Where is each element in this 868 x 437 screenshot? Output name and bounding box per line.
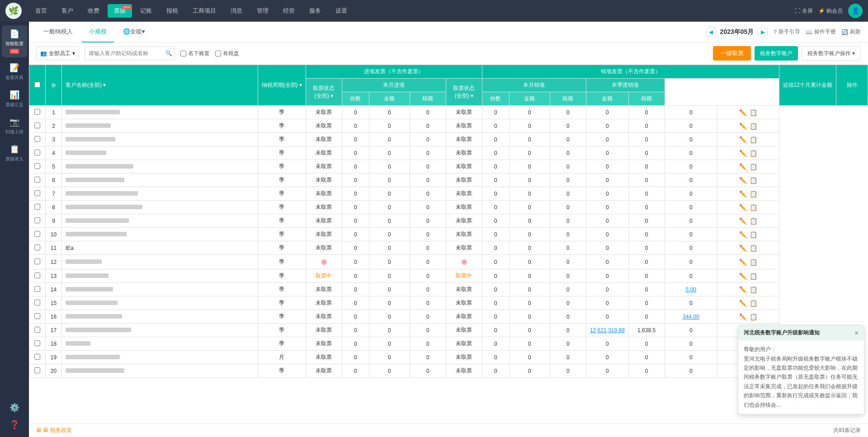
copy-icon[interactable]: 📋 (750, 300, 757, 307)
copy-icon[interactable]: 📋 (750, 122, 757, 130)
col-settings-header[interactable]: ⚙ (46, 65, 62, 106)
row-customer-name[interactable] (62, 255, 258, 269)
nav-message[interactable]: 消息 (224, 4, 249, 18)
sidebar-item-entry[interactable]: 📋 票据录入 (2, 141, 27, 166)
row-checkbox-19[interactable] (34, 354, 40, 360)
row-checkbox-3[interactable] (34, 136, 40, 142)
nav-tax[interactable]: 报税 (160, 4, 184, 18)
copy-icon[interactable]: 📋 (750, 286, 757, 293)
row-checkbox-12[interactable] (34, 258, 40, 264)
subledger-checkbox[interactable] (180, 51, 186, 56)
copy-icon[interactable]: 📋 (750, 313, 757, 320)
row-checkbox-2[interactable] (34, 122, 40, 128)
row-customer-name[interactable] (62, 228, 258, 241)
copy-icon[interactable]: 📋 (750, 109, 757, 116)
row-checkbox-18[interactable] (34, 340, 40, 346)
rolling12-link[interactable]: 344.00 (683, 314, 699, 320)
nav-home[interactable]: 首页 (29, 4, 53, 18)
copy-icon[interactable]: 📋 (750, 163, 757, 170)
edit-icon[interactable]: ✏️ (739, 177, 747, 184)
edit-icon[interactable]: ✏️ (739, 163, 747, 170)
sidebar-item-summary[interactable]: 📊 票据汇总 (2, 86, 27, 112)
row-customer-name[interactable] (62, 174, 258, 187)
row-checkbox-17[interactable] (34, 327, 40, 333)
sales-status-header[interactable]: 取票状态(全部) ▾ (446, 79, 482, 106)
copy-icon[interactable]: 📋 (750, 204, 757, 211)
row-customer-name[interactable]: tEa (62, 241, 258, 255)
edit-icon[interactable]: ✏️ (739, 150, 747, 157)
row-customer-name[interactable] (62, 269, 258, 283)
row-customer-name[interactable] (62, 146, 258, 160)
row-checkbox-10[interactable] (34, 231, 40, 237)
tab-small-scale[interactable]: 小规模 (82, 22, 114, 42)
sidebar-item-scan[interactable]: 📷 扫描上传 (2, 113, 27, 139)
nav-service[interactable]: 服务 (303, 4, 327, 18)
digital-account-button[interactable]: 税务数字账户 (755, 46, 798, 61)
copy-icon[interactable]: 📋 (750, 190, 757, 197)
nav-manage[interactable]: 管理 (250, 4, 275, 18)
row-checkbox-20[interactable] (34, 367, 40, 373)
row-customer-name[interactable] (62, 283, 258, 296)
col-customer-header[interactable]: 客户名称(全部) ▾ (62, 65, 258, 106)
row-customer-name[interactable] (62, 160, 258, 174)
tab-all[interactable]: 🌐 全能 ▾ (116, 22, 152, 42)
edit-icon[interactable]: ✏️ (739, 190, 747, 197)
edit-icon[interactable]: ✏️ (739, 136, 747, 143)
row-checkbox-1[interactable] (34, 109, 40, 115)
row-checkbox-15[interactable] (34, 300, 40, 305)
edit-icon[interactable]: ✏️ (739, 286, 747, 293)
nav-client[interactable]: 客户 (55, 4, 80, 18)
copy-icon[interactable]: 📋 (750, 136, 757, 143)
tax-disk-checkbox-label[interactable]: 有税盘 (215, 50, 239, 57)
row-customer-name[interactable] (62, 187, 258, 201)
edit-icon[interactable]: ✏️ (739, 258, 747, 266)
row-customer-name[interactable] (62, 296, 258, 310)
edit-icon[interactable]: ✏️ (739, 313, 747, 320)
copy-icon[interactable]: 📋 (750, 273, 757, 280)
edit-icon[interactable]: ✏️ (739, 244, 747, 252)
subledger-checkbox-label[interactable]: 名下账套 (180, 50, 210, 57)
notification-close-button[interactable]: × (855, 329, 859, 337)
edit-icon[interactable]: ✏️ (739, 204, 747, 211)
copy-icon[interactable]: 📋 (750, 231, 757, 238)
row-customer-name[interactable] (62, 106, 258, 119)
edit-icon[interactable]: ✏️ (739, 300, 747, 307)
row-checkbox-16[interactable] (34, 313, 40, 319)
nav-business[interactable]: 工商项目 (186, 4, 222, 18)
copy-icon[interactable]: 📋 (750, 258, 757, 266)
nav-invoice[interactable]: 票据 new (108, 4, 132, 18)
digital-account-ops-button[interactable]: 税务数字账户操作 ▾ (802, 46, 861, 61)
rolling12-link[interactable]: 5.00 (686, 287, 696, 293)
row-customer-name[interactable] (62, 324, 258, 337)
avatar[interactable]: 👤 (848, 4, 863, 18)
row-checkbox-11[interactable] (34, 244, 40, 250)
fullscreen-button[interactable]: ⛶ 全屏 (795, 7, 812, 15)
tax-disk-checkbox[interactable] (215, 51, 221, 56)
search-button[interactable]: 🔍 (165, 50, 172, 56)
tab-general-taxpayer[interactable]: 一般纳税人 (36, 22, 80, 42)
search-input[interactable] (85, 47, 175, 60)
row-checkbox-9[interactable] (34, 217, 40, 223)
sidebar-item-smart-ticket[interactable]: 📄 智能取票 new (2, 25, 27, 57)
row-customer-name[interactable] (62, 201, 258, 214)
nav-operation[interactable]: 经营 (277, 4, 301, 18)
row-customer-name[interactable] (62, 351, 258, 364)
refresh-link[interactable]: 🔄 刷新 (841, 28, 861, 36)
new-guide-link[interactable]: ? 新手引导 (774, 28, 800, 36)
input-status-header[interactable]: 取票状态(全部) ▾ (306, 79, 342, 106)
row-checkbox-7[interactable] (34, 190, 40, 196)
copy-icon[interactable]: 📋 (750, 150, 757, 157)
member-button[interactable]: ⚡ 购会员 (818, 7, 843, 15)
manual-link[interactable]: 📖 操作手册 (806, 28, 836, 36)
sidebar-item-invoice-open[interactable]: 📝 发票开具 (2, 59, 27, 85)
row-checkbox-4[interactable] (34, 150, 40, 155)
select-all-checkbox[interactable] (34, 82, 40, 88)
nav-fee[interactable]: 收费 (81, 4, 106, 18)
edit-icon[interactable]: ✏️ (739, 109, 747, 116)
row-customer-name[interactable] (62, 364, 258, 378)
row-customer-name[interactable] (62, 310, 258, 324)
nav-settings[interactable]: 设置 (329, 4, 354, 18)
row-checkbox-13[interactable] (34, 273, 40, 278)
row-customer-name[interactable] (62, 133, 258, 146)
edit-icon[interactable]: ✏️ (739, 231, 747, 238)
